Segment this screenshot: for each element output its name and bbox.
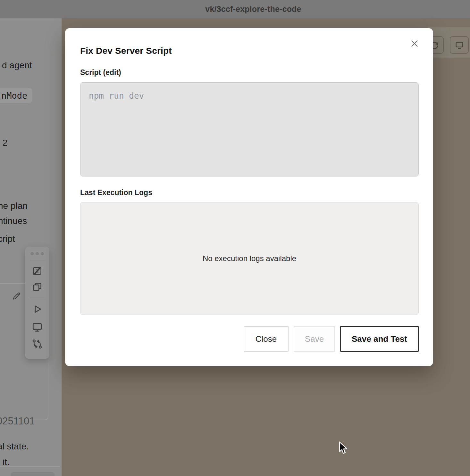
chat-text-fragment: he plan — [0, 201, 28, 211]
save-and-test-button[interactable]: Save and Test — [340, 326, 419, 352]
chat-text-fragment: y 2 — [0, 138, 7, 148]
pencil-icon — [12, 291, 21, 300]
zed-logo-icon[interactable] — [32, 266, 43, 276]
chat-sidebar: d agent nMode y 2 he plan ntinues cript — [0, 18, 62, 476]
toolbar-divider — [30, 298, 44, 298]
git-branch-icon[interactable] — [32, 339, 43, 349]
chat-text-fragment: al state. — [0, 441, 29, 452]
sidebar-bottom-button[interactable] — [11, 472, 55, 476]
dialog-title: Fix Dev Server Script — [80, 45, 419, 56]
chat-text-fragment: ntinues — [0, 216, 27, 226]
chat-text-fragment: 0251101 — [0, 415, 35, 427]
dialog-actions: Close Save Save and Test — [80, 326, 419, 352]
execution-logs-panel: No execution logs available — [80, 202, 419, 315]
preview-monitor-button[interactable] — [450, 36, 469, 54]
monitor-icon[interactable] — [32, 322, 43, 332]
monitor-icon — [455, 40, 464, 50]
toolbar-divider — [30, 260, 44, 260]
chat-text-fragment: cript — [0, 234, 15, 244]
play-icon[interactable] — [32, 304, 43, 315]
close-icon[interactable] — [407, 37, 422, 51]
chat-text-fragment: it. — [3, 457, 10, 467]
close-button[interactable]: Close — [244, 326, 289, 352]
drag-handle-icon[interactable] — [30, 252, 44, 255]
logs-empty-message: No execution logs available — [203, 254, 296, 263]
script-input[interactable] — [80, 82, 419, 176]
script-label: Script (edit) — [80, 68, 419, 77]
floating-action-toolbar — [25, 247, 49, 359]
mouse-cursor — [338, 441, 348, 455]
logs-label: Last Execution Logs — [80, 188, 419, 197]
sidebar-divider — [0, 466, 60, 467]
window-title: vk/3ccf-explore-the-code — [205, 4, 301, 14]
chat-text-fragment: d agent — [2, 60, 32, 70]
window-titlebar: vk/3ccf-explore-the-code — [0, 0, 470, 18]
copy-icon[interactable] — [32, 281, 43, 292]
save-button[interactable]: Save — [294, 326, 335, 352]
fix-dev-server-script-dialog: Fix Dev Server Script Script (edit) Last… — [65, 28, 433, 366]
mode-badge: nMode — [0, 88, 32, 103]
